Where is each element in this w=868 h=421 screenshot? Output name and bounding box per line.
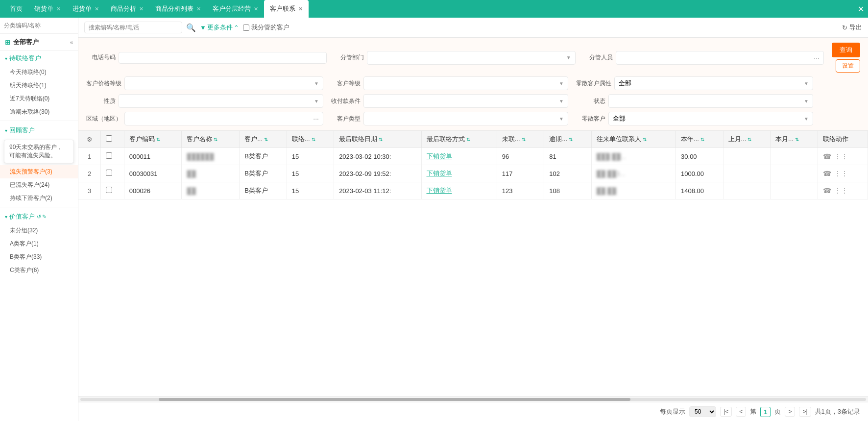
col-uncontacted[interactable]: 未联...⇅ (497, 131, 544, 148)
row-checkbox[interactable] (101, 148, 124, 165)
sidebar-item-declining[interactable]: 持续下滑客户(2) (0, 192, 78, 205)
col-overdue[interactable]: 逾期...⇅ (544, 131, 591, 148)
region-more-icon[interactable]: ··· (313, 115, 319, 123)
contact-action-icon[interactable]: ☎ (823, 187, 831, 195)
sidebar-item-churned[interactable]: 已流失客户(24) (0, 178, 78, 192)
sidebar-item-c-class[interactable]: C类客户(6) (0, 264, 78, 277)
edit-icon[interactable]: ✎ (42, 214, 47, 220)
scroll-track[interactable] (80, 398, 866, 401)
sidebar-item-ungrouped[interactable]: 未分组(32) (0, 224, 78, 237)
more-action-icon[interactable]: ⋮⋮ (834, 187, 848, 195)
sidebar-item-tomorrow[interactable]: 明天待联络(1) (0, 79, 78, 92)
col-this-month[interactable]: 本月...⇅ (771, 131, 818, 148)
prev-page-button[interactable]: < (736, 407, 746, 417)
horizontal-scrollbar[interactable] (78, 396, 868, 402)
my-customers-check[interactable] (243, 25, 249, 31)
price-level-select[interactable]: ▼ (124, 76, 323, 90)
last-page-button[interactable]: >| (799, 407, 811, 417)
row-select-checkbox[interactable] (106, 170, 112, 176)
phone-input[interactable] (119, 52, 327, 64)
tab-product-analysis-list[interactable]: 商品分析列表 ✕ (149, 0, 207, 18)
sidebar-group-review[interactable]: ▾ 回顾客户 (0, 123, 78, 138)
my-customers-checkbox[interactable]: 我分管的客户 (243, 23, 289, 32)
col-last-contact-way[interactable]: 最后联络方式⇅ (421, 131, 497, 148)
tab-close-icon[interactable]: ✕ (56, 6, 61, 12)
sidebar-group-value[interactable]: ▾ 价值客户 ↺ ✎ (0, 209, 78, 224)
contact-action-icon[interactable]: ☎ (823, 152, 831, 160)
tab-close-icon[interactable]: ✕ (298, 6, 303, 12)
content-area: 🔍 ▼ 更多条件 ⌃ 我分管的客户 ↻ 导出 电话号码 (78, 18, 868, 421)
query-button[interactable]: 查询 (832, 43, 860, 57)
scroll-thumb[interactable] (159, 398, 630, 401)
tab-customer-tier[interactable]: 客户分层经营 ✕ (207, 0, 264, 18)
col-customer-type[interactable]: 客户...⇅ (240, 131, 287, 148)
manager-select[interactable]: ··· (616, 51, 824, 65)
row-last-contact-way[interactable]: 下销货单 (421, 148, 497, 165)
payment-select[interactable]: ▼ (363, 94, 568, 108)
col-settings[interactable]: ⚙ (78, 131, 101, 148)
sidebar-item-churn-warning[interactable]: 流失预警客户(3) (0, 165, 78, 178)
manager-more-icon[interactable]: ··· (814, 54, 820, 62)
search-button[interactable]: 🔍 (186, 23, 196, 32)
page-unit-label: 页 (774, 407, 781, 416)
department-select[interactable]: ▼ (367, 51, 575, 65)
col-name[interactable]: 客户名称⇅ (182, 131, 240, 148)
col-contact-person[interactable]: 往来单位联系人⇅ (591, 131, 675, 148)
export-button[interactable]: ↻ 导出 (842, 23, 862, 32)
select-all-checkbox[interactable] (106, 135, 112, 142)
tab-close-icon[interactable]: ✕ (254, 6, 258, 12)
tab-sales-order[interactable]: 销货单 ✕ (28, 0, 67, 18)
more-action-icon[interactable]: ⋮⋮ (834, 152, 848, 160)
sidebar-item-today[interactable]: 今天待联络(0) (0, 66, 78, 79)
nature-select[interactable]: ▼ (119, 94, 323, 108)
collapse-icon[interactable]: « (70, 39, 73, 45)
tab-purchase-order[interactable]: 进货单 ✕ (67, 0, 105, 18)
zero-attribute-select[interactable]: 全部 ▼ (614, 76, 813, 90)
more-conditions-button[interactable]: ▼ 更多条件 ⌃ (200, 23, 239, 32)
sidebar-item-overdue-contact[interactable]: 逾期未联络(30) (0, 105, 78, 119)
tab-close-icon[interactable]: ✕ (196, 6, 201, 12)
tab-product-analysis[interactable]: 商品分析 ✕ (105, 0, 149, 18)
category-search-input[interactable] (4, 22, 77, 29)
all-customers-item[interactable]: ⊞ 全部客户 « (0, 34, 78, 51)
tab-close-icon[interactable]: ✕ (95, 6, 99, 12)
col-last-contact-date[interactable]: 最后联络日期⇅ (334, 131, 421, 148)
region-select[interactable]: ··· (124, 112, 323, 125)
sort-icon: ⇅ (700, 137, 704, 142)
customer-type-select[interactable]: ▼ (363, 112, 568, 125)
more-action-icon[interactable]: ⋮⋮ (834, 170, 848, 177)
tab-close-icon[interactable]: ✕ (139, 6, 144, 12)
status-select[interactable]: ▼ (608, 94, 813, 108)
page-size-select[interactable]: 50 100 200 (689, 406, 716, 417)
col-last-month[interactable]: 上月...⇅ (723, 131, 770, 148)
col-this-year[interactable]: 本年...⇅ (676, 131, 723, 148)
row-checkbox[interactable] (101, 165, 124, 182)
sidebar-item-b-class[interactable]: B类客户(33) (0, 250, 78, 264)
settings-button[interactable]: 设置 (836, 59, 860, 73)
sidebar-item-a-class[interactable]: A类客户(1) (0, 237, 78, 250)
filter-row-1: 电话号码 分管部门 ▼ 分管人员 ··· 查询 (86, 43, 860, 73)
manager-label: 分管人员 (583, 53, 613, 62)
window-close-button[interactable]: ✕ (858, 4, 864, 14)
row-select-checkbox[interactable] (106, 152, 112, 159)
next-page-button[interactable]: > (785, 407, 795, 417)
tab-customer-contact[interactable]: 客户联系 ✕ (264, 0, 309, 18)
col-code[interactable]: 客户编码⇅ (124, 131, 182, 148)
sidebar-item-7days[interactable]: 近7天待联络(0) (0, 92, 78, 105)
first-page-button[interactable]: |< (720, 407, 732, 417)
row-last-contact-way[interactable]: 下销货单 (421, 182, 497, 199)
row-last-contact-way[interactable]: 下销货单 (421, 165, 497, 182)
search-input[interactable] (84, 22, 182, 33)
customer-level-select[interactable]: ▼ (363, 76, 568, 90)
contact-action-icon[interactable]: ☎ (823, 170, 831, 177)
sidebar-group-pending[interactable]: ▾ 待联络客户 (0, 51, 78, 66)
sort-icon: ⇅ (379, 137, 383, 142)
col-contact[interactable]: 联络...⇅ (287, 131, 334, 148)
row-checkbox[interactable] (101, 182, 124, 199)
row-select-checkbox[interactable] (106, 187, 112, 193)
refresh-icon[interactable]: ↺ (37, 214, 41, 220)
zero-customer-select[interactable]: 全部 ▼ (608, 112, 813, 125)
col-checkbox[interactable] (101, 131, 124, 148)
tab-home[interactable]: 首页 (4, 4, 28, 13)
grid-icon: ⊞ (5, 39, 10, 46)
